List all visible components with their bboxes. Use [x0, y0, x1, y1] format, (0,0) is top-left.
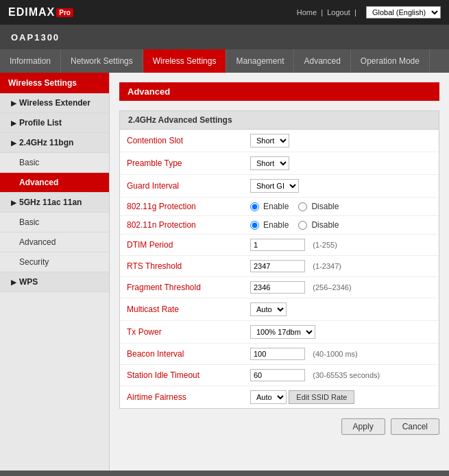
- label-guard-interval: Guard Interval: [120, 175, 243, 198]
- sidebar-title: Wireless Settings: [0, 73, 109, 93]
- select-multicast-rate[interactable]: Auto: [250, 302, 287, 316]
- row-80211n-protection: 802.11n Protection Enable Disable: [120, 216, 439, 235]
- cancel-button[interactable]: Cancel: [391, 418, 439, 435]
- label-tx-power: Tx Power: [120, 321, 243, 344]
- radio-input-80211n-disable[interactable]: [298, 221, 307, 230]
- language-select[interactable]: Global (English): [366, 6, 441, 19]
- label-station-idle-timeout: Station Idle Timeout: [120, 365, 243, 386]
- label-contention-slot: Contention Slot: [120, 130, 243, 152]
- logout-link[interactable]: Logout: [327, 8, 350, 16]
- sidebar-item-wireless-extender[interactable]: ▶Wireless Extender: [0, 93, 109, 113]
- row-multicast-rate: Multicast Rate Auto: [120, 298, 439, 321]
- hint-fragment-threshold: (256–2346): [313, 283, 351, 291]
- row-dtim-period: DTIM Period (1-255): [120, 235, 439, 256]
- label-dtim-period: DTIM Period: [120, 235, 243, 256]
- model-bar: OAP1300: [0, 25, 449, 49]
- settings-box-title: 2.4GHz Advanced Settings: [120, 111, 439, 130]
- radio-group-80211g: Enable Disable: [250, 202, 432, 211]
- label-airtime-fairness: Airtime Fairness: [120, 386, 243, 409]
- nav-network-settings[interactable]: Network Settings: [61, 49, 143, 73]
- sidebar-item-2ghz[interactable]: ▶2.4GHz 11bgn: [0, 133, 109, 153]
- row-guard-interval: Guard Interval Short GI Long GI: [120, 175, 439, 198]
- label-fragment-threshold: Fragment Threshold: [120, 277, 243, 298]
- nav-information[interactable]: Information: [0, 49, 61, 73]
- sidebar: Wireless Settings ▶Wireless Extender ▶Pr…: [0, 73, 110, 471]
- nav-operation-mode[interactable]: Operation Mode: [351, 49, 430, 73]
- content-area: Advanced 2.4GHz Advanced Settings Conten…: [110, 73, 449, 471]
- value-tx-power[interactable]: 100% 17dbm: [243, 321, 439, 344]
- model-text: OAP1300: [11, 32, 60, 43]
- value-beacon-interval: (40-1000 ms): [243, 344, 439, 365]
- radio-input-80211g-disable[interactable]: [298, 202, 307, 211]
- action-bar: Apply Cancel: [119, 409, 439, 438]
- label-beacon-interval: Beacon Interval: [120, 344, 243, 365]
- top-links: Home | Logout | Global (English): [297, 6, 441, 19]
- arrow-icon: ▶: [11, 119, 16, 127]
- nav-management[interactable]: Management: [226, 49, 294, 73]
- select-guard-interval[interactable]: Short GI Long GI: [250, 179, 299, 193]
- value-guard-interval[interactable]: Short GI Long GI: [243, 175, 439, 198]
- sidebar-item-5ghz[interactable]: ▶5GHz 11ac 11an: [0, 193, 109, 213]
- sidebar-item-profile-list[interactable]: ▶Profile List: [0, 113, 109, 133]
- sidebar-item-5ghz-security[interactable]: Security: [0, 252, 109, 272]
- logo-pro: Pro: [56, 8, 73, 17]
- input-dtim-period[interactable]: [250, 239, 305, 251]
- main-wrap: Wireless Settings ▶Wireless Extender ▶Pr…: [0, 73, 449, 471]
- input-station-idle-timeout[interactable]: [250, 369, 305, 381]
- row-contention-slot: Contention Slot Short Long: [120, 130, 439, 152]
- input-beacon-interval[interactable]: [250, 348, 305, 360]
- sidebar-item-5ghz-basic[interactable]: Basic: [0, 213, 109, 233]
- nav-wireless-settings[interactable]: Wireless Settings: [143, 49, 227, 73]
- home-link[interactable]: Home: [297, 8, 317, 16]
- nav-advanced[interactable]: Advanced: [294, 49, 350, 73]
- value-dtim-period: (1-255): [243, 235, 439, 256]
- value-contention-slot[interactable]: Short Long: [243, 130, 439, 152]
- sidebar-item-2ghz-basic[interactable]: Basic: [0, 153, 109, 173]
- arrow-icon: ▶: [11, 99, 16, 107]
- settings-box: 2.4GHz Advanced Settings Contention Slot…: [119, 110, 439, 409]
- label-rts-threshold: RTS Threshold: [120, 256, 243, 277]
- select-preamble-type[interactable]: Short Long: [250, 156, 289, 170]
- sidebar-item-5ghz-advanced[interactable]: Advanced: [0, 233, 109, 252]
- select-airtime-fairness[interactable]: Auto: [250, 390, 287, 404]
- hint-rts-threshold: (1-2347): [313, 262, 341, 270]
- row-beacon-interval: Beacon Interval (40-1000 ms): [120, 344, 439, 365]
- radio-input-80211g-enable[interactable]: [250, 202, 259, 211]
- row-80211g-protection: 802.11g Protection Enable Disable: [120, 198, 439, 216]
- row-station-idle-timeout: Station Idle Timeout (30-65535 seconds): [120, 365, 439, 386]
- arrow-icon: ▶: [11, 278, 16, 286]
- logo-text: EDIMAX: [8, 6, 55, 19]
- radio-80211g-enable[interactable]: Enable: [250, 202, 289, 211]
- input-rts-threshold[interactable]: [250, 260, 305, 272]
- input-fragment-threshold[interactable]: [250, 281, 305, 294]
- apply-button[interactable]: Apply: [341, 418, 385, 435]
- sidebar-item-wps[interactable]: ▶WPS: [0, 272, 109, 292]
- value-preamble-type[interactable]: Short Long: [243, 152, 439, 175]
- hint-beacon-interval: (40-1000 ms): [313, 350, 357, 358]
- select-contention-slot[interactable]: Short Long: [250, 134, 289, 147]
- hint-dtim-period: (1-255): [313, 241, 337, 249]
- top-bar: EDIMAX Pro Home | Logout | Global (Engli…: [0, 0, 449, 25]
- settings-table: Contention Slot Short Long Preamble Type: [120, 130, 439, 408]
- nav-bar: Information Network Settings Wireless Se…: [0, 49, 449, 73]
- value-multicast-rate[interactable]: Auto: [243, 298, 439, 321]
- row-preamble-type: Preamble Type Short Long: [120, 152, 439, 175]
- label-80211g-protection: 802.11g Protection: [120, 198, 243, 216]
- row-fragment-threshold: Fragment Threshold (256–2346): [120, 277, 439, 298]
- radio-80211g-disable[interactable]: Disable: [298, 202, 339, 211]
- label-multicast-rate: Multicast Rate: [120, 298, 243, 321]
- sidebar-item-2ghz-advanced[interactable]: Advanced: [0, 173, 109, 193]
- page-title: Advanced: [119, 82, 439, 101]
- value-80211n-protection: Enable Disable: [243, 216, 439, 235]
- radio-input-80211n-enable[interactable]: [250, 221, 259, 230]
- value-airtime-fairness: Auto Edit SSID Rate: [243, 386, 439, 409]
- value-rts-threshold: (1-2347): [243, 256, 439, 277]
- radio-80211n-disable[interactable]: Disable: [298, 220, 339, 230]
- arrow-icon: ▶: [11, 199, 16, 206]
- select-tx-power[interactable]: 100% 17dbm: [250, 325, 315, 339]
- label-preamble-type: Preamble Type: [120, 152, 243, 175]
- row-airtime-fairness: Airtime Fairness Auto Edit SSID Rate: [120, 386, 439, 409]
- row-rts-threshold: RTS Threshold (1-2347): [120, 256, 439, 277]
- edit-ssid-rate-button[interactable]: Edit SSID Rate: [289, 390, 354, 404]
- radio-80211n-enable[interactable]: Enable: [250, 220, 289, 230]
